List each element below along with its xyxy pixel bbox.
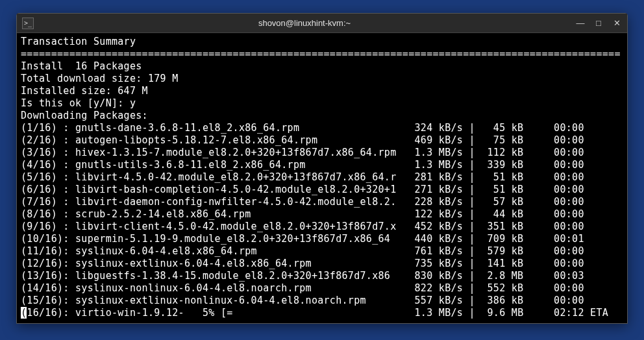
titlebar-left: >_ <box>22 18 34 29</box>
minimize-button[interactable]: — <box>575 18 586 29</box>
window-controls: — □ ✕ <box>575 18 622 29</box>
terminal-line: Is this ok [y/N]: y <box>21 97 623 110</box>
maximize-button[interactable]: □ <box>593 18 604 29</box>
terminal-line: (5/16) : libvirt-4.5.0-42.module_el8.2.0… <box>21 171 623 184</box>
terminal-line: (1/16) : gnutls-dane-3.6.8-11.el8_2.x86_… <box>21 122 623 134</box>
terminal-window: >_ shovon@linuxhint-kvm:~ — □ ✕ Transact… <box>16 13 628 324</box>
terminal-line: ========================================… <box>21 48 623 60</box>
terminal-line: Total download size: 179 M <box>21 73 623 85</box>
terminal-icon: >_ <box>22 18 34 29</box>
terminal-line: (7/16) : libvirt-daemon-config-nwfilter-… <box>21 196 623 208</box>
terminal-line: (8/16) : scrub-2.5.2-14.el8.x86_64.rpm 1… <box>21 208 623 221</box>
terminal-line: (15/16): syslinux-extlinux-nonlinux-6.04… <box>21 295 623 307</box>
terminal-line: Install 16 Packages <box>21 60 623 73</box>
terminal-line: Downloading Packages: <box>21 110 623 122</box>
terminal-line: (2/16) : autogen-libopts-5.18.12-7.el8.x… <box>21 134 623 147</box>
cursor: ( <box>21 307 27 319</box>
terminal-body[interactable]: Transaction Summary=====================… <box>17 33 627 323</box>
terminal-line: (11/16): syslinux-6.04-4.el8.x86_64.rpm … <box>21 245 623 258</box>
titlebar[interactable]: >_ shovon@linuxhint-kvm:~ — □ ✕ <box>17 14 627 33</box>
terminal-line: (14/16): syslinux-nonlinux-6.04-4.el8.no… <box>21 282 623 295</box>
terminal-line: (10/16): supermin-5.1.19-9.module_el8.2.… <box>21 233 623 245</box>
terminal-line: (9/16) : libvirt-client-4.5.0-42.module_… <box>21 221 623 233</box>
window-title: shovon@linuxhint-kvm:~ <box>34 18 575 28</box>
terminal-line: Installed size: 647 M <box>21 85 623 97</box>
terminal-line: (6/16) : libvirt-bash-completion-4.5.0-4… <box>21 184 623 196</box>
close-button[interactable]: ✕ <box>612 18 622 29</box>
terminal-line: (13/16): libguestfs-1.38.4-15.module_el8… <box>21 270 623 282</box>
terminal-line: (3/16) : hivex-1.3.15-7.module_el8.2.0+3… <box>21 147 623 159</box>
terminal-line: (12/16): syslinux-extlinux-6.04-4.el8.x8… <box>21 258 623 270</box>
terminal-line: Transaction Summary <box>21 36 623 48</box>
progress-line: (16/16): virtio-win-1.9.12- 5% [= 1.3 MB… <box>21 307 623 319</box>
terminal-line: (4/16) : gnutls-utils-3.6.8-11.el8_2.x86… <box>21 159 623 171</box>
